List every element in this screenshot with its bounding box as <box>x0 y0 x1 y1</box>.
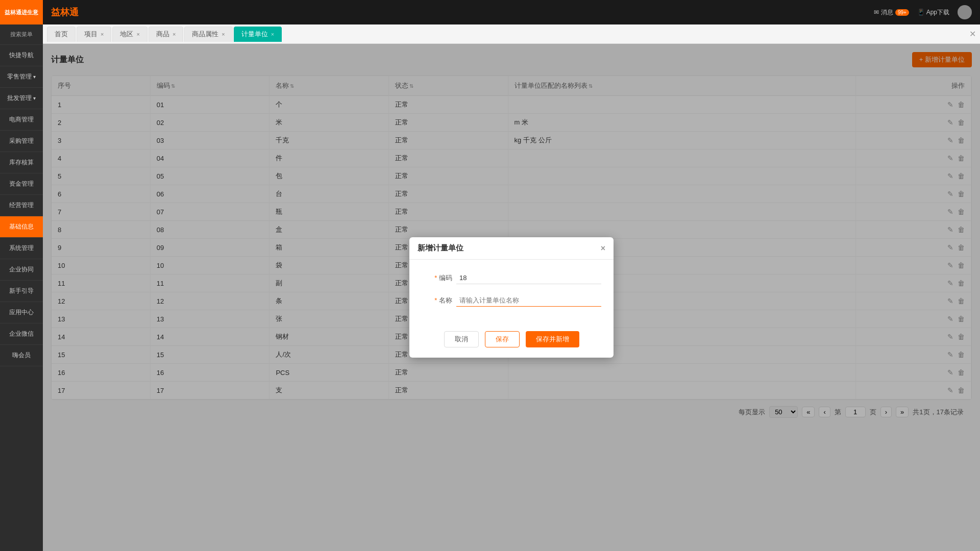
tab-close-product-attr[interactable]: × <box>222 31 225 37</box>
sidebar: 益林通进生意 搜索菜单 快捷导航 零售管理 ▾ 批发管理 ▾ 电商管理 采购管理… <box>0 0 43 551</box>
sidebar-item-enterprise[interactable]: 企业微信 <box>0 323 43 345</box>
tab-close-project[interactable]: × <box>101 31 104 37</box>
sidebar-item-membership[interactable]: 嗨会员 <box>0 345 43 366</box>
form-row-name: 名称 <box>422 294 601 307</box>
message-button[interactable]: ✉ 消息 99+ <box>874 8 909 17</box>
tab-region[interactable]: 地区 × <box>112 27 147 42</box>
tab-product-attr[interactable]: 商品属性 × <box>184 27 232 42</box>
sidebar-item-inventory[interactable]: 库存核算 <box>0 152 43 173</box>
modal-close-button[interactable]: × <box>601 244 605 253</box>
modal-body: 编码 名称 <box>409 260 614 325</box>
sidebar-item-guide[interactable]: 新手引导 <box>0 281 43 302</box>
user-avatar[interactable] <box>958 5 972 19</box>
tab-bar: 首页 项目 × 地区 × 商品 × 商品属性 × 计量单位 × ✕ <box>43 24 980 44</box>
code-input[interactable] <box>456 272 601 284</box>
close-all-tabs-button[interactable]: ✕ <box>969 29 976 39</box>
name-label: 名称 <box>422 296 452 305</box>
modal-footer: 取消 保存 保存并新增 <box>409 325 614 358</box>
name-input[interactable] <box>456 294 601 307</box>
save-and-new-button[interactable]: 保存并新增 <box>526 331 579 347</box>
app-download-button[interactable]: 📱 App下载 <box>917 8 949 17</box>
topbar: 益林通 ✉ 消息 99+ 📱 App下载 <box>43 0 980 24</box>
main-content: 益林通 ✉ 消息 99+ 📱 App下载 首页 项目 × 地区 × <box>43 0 980 551</box>
sidebar-logo: 益林通进生意 <box>0 0 43 24</box>
tab-unit[interactable]: 计量单位 × <box>234 27 282 42</box>
phone-icon: 📱 <box>917 9 925 16</box>
form-row-code: 编码 <box>422 272 601 284</box>
sidebar-item-purchase[interactable]: 采购管理 <box>0 131 43 152</box>
sidebar-item-search-menu[interactable]: 搜索菜单 <box>0 24 43 45</box>
message-badge: 99+ <box>895 9 909 16</box>
tab-close-region[interactable]: × <box>136 31 139 37</box>
sidebar-item-operation[interactable]: 经营管理 <box>0 195 43 216</box>
sidebar-item-system[interactable]: 系统管理 <box>0 238 43 259</box>
add-unit-modal: 新增计量单位 × 编码 名称 取消 保存 保存并新增 <box>409 237 614 358</box>
sidebar-item-app-center[interactable]: 应用中心 <box>0 302 43 323</box>
sidebar-item-retail[interactable]: 零售管理 ▾ <box>0 66 43 88</box>
modal-title: 新增计量单位 <box>418 243 463 253</box>
tab-close-product[interactable]: × <box>173 31 176 37</box>
tab-close-unit[interactable]: × <box>271 31 274 37</box>
topbar-right: ✉ 消息 99+ 📱 App下载 <box>874 5 972 19</box>
sidebar-item-ecommerce[interactable]: 电商管理 <box>0 109 43 131</box>
expand-icon: ▾ <box>33 95 36 101</box>
sidebar-item-finance[interactable]: 资金管理 <box>0 173 43 195</box>
topbar-left: 益林通 <box>51 6 79 18</box>
sidebar-item-basic-info[interactable]: 基础信息 <box>0 216 43 238</box>
code-label: 编码 <box>422 273 452 283</box>
page-content: 计量单位 + 新增计量单位 序号 编码⇅ 名称⇅ 状态⇅ 计量单位匹配的名称列表… <box>43 44 980 551</box>
message-icon: ✉ <box>874 9 879 16</box>
sidebar-item-quick-nav[interactable]: 快捷导航 <box>0 45 43 66</box>
tab-product[interactable]: 商品 × <box>149 27 183 42</box>
tab-home[interactable]: 首页 <box>47 27 76 42</box>
modal-overlay: 新增计量单位 × 编码 名称 取消 保存 保存并新增 <box>43 44 980 551</box>
sidebar-item-wholesale[interactable]: 批发管理 ▾ <box>0 88 43 109</box>
topbar-logo-icon: 益林通 <box>51 6 79 18</box>
sidebar-item-partner[interactable]: 企业协同 <box>0 259 43 281</box>
tab-project[interactable]: 项目 × <box>77 27 111 42</box>
cancel-button[interactable]: 取消 <box>444 331 479 347</box>
save-button[interactable]: 保存 <box>485 331 520 347</box>
modal-header: 新增计量单位 × <box>409 237 614 260</box>
expand-icon: ▾ <box>33 74 36 80</box>
